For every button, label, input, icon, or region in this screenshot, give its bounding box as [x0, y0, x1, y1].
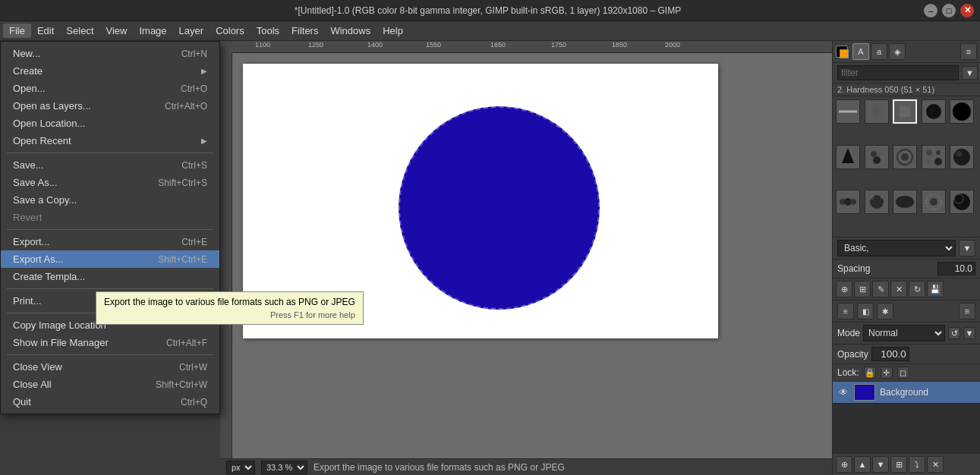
- brush-cell-7[interactable]: [865, 145, 889, 169]
- mode-label: Mode: [837, 328, 860, 338]
- brush-cell-3[interactable]: [893, 99, 917, 124]
- menu-new[interactable]: New... Ctrl+N: [1, 45, 219, 62]
- menu-select[interactable]: Select: [60, 24, 99, 38]
- brush-cell-9[interactable]: [922, 145, 946, 169]
- raise-layer-button[interactable]: ▲: [854, 456, 871, 473]
- svg-point-23: [896, 196, 914, 208]
- brushes-tab[interactable]: A: [852, 43, 869, 60]
- brush-filter-input[interactable]: [837, 65, 959, 80]
- circle-shape: [399, 106, 600, 310]
- brush-selector-select[interactable]: Basic,: [837, 240, 956, 256]
- lock-row: Lock: 🔒 ✛ ◻: [833, 364, 980, 382]
- brush-cell-4[interactable]: [922, 99, 946, 124]
- menu-edit[interactable]: Edit: [31, 24, 60, 38]
- canvas-corner: [220, 41, 232, 53]
- mode-select[interactable]: Normal: [863, 325, 945, 341]
- title-bar: *[Untitled]-1.0 (RGB color 8-bit gamma i…: [0, 0, 980, 21]
- menu-help[interactable]: Help: [377, 24, 409, 38]
- menu-create-template[interactable]: Create Templa...: [1, 268, 219, 285]
- brush-cell-11[interactable]: [836, 190, 860, 214]
- new-layer-button[interactable]: ⊕: [836, 456, 852, 473]
- foreground-color-swatch[interactable]: [836, 46, 848, 58]
- brush-cell-14[interactable]: [922, 190, 946, 214]
- layer-visibility-icon[interactable]: 👁: [837, 386, 849, 398]
- menu-save-as[interactable]: Save As... Shift+Ctrl+S: [1, 174, 219, 191]
- separator3: [7, 288, 213, 289]
- brush-cell-2[interactable]: [865, 99, 889, 124]
- zoom-select[interactable]: 33.3 %: [261, 461, 307, 474]
- duplicate-layer-button[interactable]: ⊞: [890, 456, 907, 473]
- menu-image[interactable]: Image: [133, 24, 172, 38]
- lock-position-button[interactable]: ✛: [881, 366, 893, 379]
- delete-brush-button[interactable]: ✕: [890, 281, 907, 297]
- layer-item-background[interactable]: 👁 Background: [833, 382, 980, 404]
- unit-select[interactable]: px: [226, 461, 255, 474]
- layers-menu-button[interactable]: ≡: [959, 303, 975, 319]
- layers-tab[interactable]: ≡: [837, 303, 854, 319]
- opacity-row: Opacity: [833, 344, 980, 364]
- panel-menu-icon[interactable]: ≡: [960, 43, 977, 60]
- status-text: Export the image to various file formats…: [314, 462, 826, 473]
- svg-rect-2: [900, 106, 910, 117]
- menu-open[interactable]: Open... Ctrl+O: [1, 80, 219, 97]
- brush-options-button[interactable]: ▼: [959, 240, 975, 256]
- svg-point-25: [930, 198, 937, 206]
- brush-cell-10[interactable]: [950, 145, 974, 169]
- brush-cell-15[interactable]: [950, 190, 974, 214]
- maximize-button[interactable]: □: [942, 4, 956, 17]
- mode-reset-button[interactable]: ↺: [948, 327, 960, 339]
- menu-windows[interactable]: Windows: [324, 24, 377, 38]
- edit-brush-button[interactable]: ✎: [872, 281, 889, 297]
- merge-layer-button[interactable]: ⤵: [909, 456, 925, 473]
- menu-show-manager[interactable]: Show in File Manager Ctrl+Alt+F: [1, 334, 219, 351]
- menu-colors[interactable]: Colors: [210, 24, 251, 38]
- brush-cell-8[interactable]: [893, 145, 917, 169]
- lock-alpha-button[interactable]: ◻: [897, 366, 909, 379]
- refresh-brush-button[interactable]: ↻: [909, 281, 925, 297]
- spacing-row: Spacing: [833, 259, 980, 278]
- menu-close-view[interactable]: Close View Ctrl+W: [1, 358, 219, 376]
- menu-open-recent[interactable]: Open Recent ▶: [1, 132, 219, 149]
- menu-filters[interactable]: Filters: [285, 24, 324, 38]
- lower-layer-button[interactable]: ▼: [872, 456, 889, 473]
- menu-file[interactable]: File: [3, 24, 31, 38]
- menu-layer[interactable]: Layer: [173, 24, 210, 38]
- mode-options-button[interactable]: ▼: [963, 327, 975, 339]
- menu-save[interactable]: Save... Ctrl+S: [1, 156, 219, 174]
- duplicate-brush-button[interactable]: ⊞: [854, 281, 871, 297]
- menu-quit[interactable]: Quit Ctrl+Q: [1, 393, 219, 411]
- delete-layer-button[interactable]: ✕: [927, 456, 944, 473]
- filter-dropdown-button[interactable]: ▼: [962, 66, 978, 80]
- svg-point-6: [871, 151, 877, 157]
- menu-view[interactable]: View: [100, 24, 134, 38]
- menu-save-copy[interactable]: Save a Copy...: [1, 191, 219, 209]
- menu-create[interactable]: Create ▶: [1, 62, 219, 80]
- spacing-input[interactable]: [937, 262, 975, 275]
- svg-point-21: [870, 195, 874, 200]
- save-brush-button[interactable]: 💾: [927, 281, 944, 297]
- menu-bar: File Edit Select View Image Layer Colors…: [0, 21, 980, 41]
- dynamics-tab[interactable]: ◈: [889, 43, 906, 60]
- brush-cell-12[interactable]: [865, 190, 889, 214]
- patterns-tab[interactable]: a: [871, 43, 887, 60]
- brush-cell-1[interactable]: [836, 99, 860, 124]
- minimize-button[interactable]: –: [924, 4, 937, 17]
- menu-open-layers[interactable]: Open as Layers... Ctrl+Alt+O: [1, 97, 219, 115]
- menu-close-all[interactable]: Close All Shift+Ctrl+W: [1, 376, 219, 393]
- paths-tab[interactable]: ✱: [877, 303, 893, 319]
- title-bar-title: *[Untitled]-1.0 (RGB color 8-bit gamma i…: [52, 5, 924, 16]
- channels-tab[interactable]: ◧: [857, 303, 874, 319]
- layer-thumbnail: [854, 384, 875, 401]
- menu-export[interactable]: Export... Ctrl+E: [1, 233, 219, 250]
- menu-export-as[interactable]: Export As... Shift+Ctrl+E: [1, 250, 219, 268]
- close-button[interactable]: ✕: [960, 4, 974, 17]
- opacity-input[interactable]: [871, 347, 909, 361]
- brush-cell-6[interactable]: [836, 145, 860, 169]
- menu-open-location[interactable]: Open Location...: [1, 115, 219, 132]
- lock-pixels-button[interactable]: 🔒: [864, 366, 876, 379]
- menu-tools[interactable]: Tools: [251, 24, 285, 38]
- layer-bottom-bar: ⊕ ▲ ▼ ⊞ ⤵ ✕: [833, 453, 980, 475]
- brush-cell-13[interactable]: [893, 190, 917, 214]
- brush-cell-5[interactable]: [950, 99, 974, 124]
- new-brush-button[interactable]: ⊕: [836, 281, 852, 297]
